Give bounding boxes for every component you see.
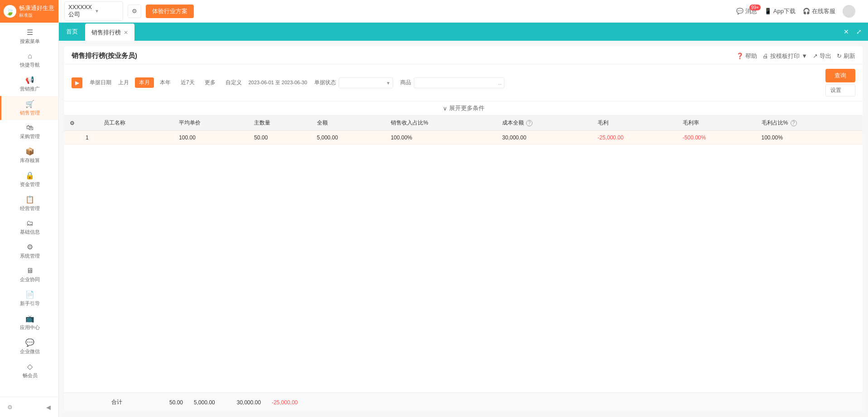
row-rank: 1 <box>80 131 98 145</box>
row-gross-rate: -500.00% <box>677 131 756 145</box>
sidebar-item-marketing[interactable]: 📢 营销推广 <box>0 72 58 96</box>
filter-toggle-btn[interactable]: ▶ <box>72 77 82 88</box>
sidebar-label-beginner-guide: 新手引导 <box>20 300 40 307</box>
page-header: 销售排行榜(按业务员) ❓ 帮助 🖨 按模板打印 ▼ ↗ 导出 <box>64 46 863 64</box>
print-dropdown-arrow: ▼ <box>801 53 807 59</box>
help-btn[interactable]: ❓ 帮助 <box>736 52 757 60</box>
tab-sales-rank[interactable]: 销售排行榜 ✕ <box>85 24 134 42</box>
date-btn-更多[interactable]: 更多 <box>201 77 220 88</box>
message-btn[interactable]: 💬 消息 99+ <box>736 7 757 15</box>
sidebar-item-search-order[interactable]: ☰ 搜索菜单 <box>0 24 58 48</box>
sidebar-label-sales: 销售管理 <box>20 110 40 116</box>
sidebar-item-enterprise-collab[interactable]: 🖥 企业协同 <box>0 263 58 287</box>
sidebar-icon-purchase: 🛍 <box>26 124 34 132</box>
col-avg-price: 平均单价 <box>173 115 249 131</box>
date-btn-自定义[interactable]: 自定义 <box>221 77 246 88</box>
header-right: 💬 消息 99+ 📱 App下载 🎧 在线客服 <box>736 5 863 18</box>
row-amount: 5,000.00 <box>312 131 385 145</box>
footer-avg-price <box>128 401 164 404</box>
sidebar-item-app-center[interactable]: 📺 应用中心 <box>0 311 58 335</box>
footer-gross-rate <box>303 401 314 404</box>
col-name: 员工名称 <box>98 115 173 131</box>
row-name <box>98 131 173 145</box>
date-btn-近7天[interactable]: 近7天 <box>177 77 199 88</box>
app-icon: 📱 <box>764 8 772 14</box>
sidebar-label-search-order: 搜索菜单 <box>20 38 40 45</box>
sidebar-label-member: 畅会员 <box>23 372 38 379</box>
footer-label <box>70 401 106 404</box>
trial-btn[interactable]: 体验行业方案 <box>146 5 194 18</box>
status-label: 单据状态 <box>314 79 336 86</box>
app-download-btn[interactable]: 📱 App下载 <box>764 7 796 15</box>
help-icon: ❓ <box>736 53 743 59</box>
date-btn-本月[interactable]: 本月 <box>135 77 154 88</box>
sidebar-item-basic-info[interactable]: 🗂 基础信息 <box>0 216 58 239</box>
logo-text: 畅康通好生意 标准版 <box>19 5 54 18</box>
sidebar-icon-basic-info: 🗂 <box>26 219 34 227</box>
status-select[interactable] <box>339 77 393 88</box>
sidebar-icon-member: ◇ <box>27 362 33 371</box>
gross-pct-help-icon[interactable]: ? <box>791 120 797 126</box>
company-dropdown-arrow: ▼ <box>95 9 119 14</box>
sidebar-item-inventory[interactable]: 📦 库存核算 <box>0 144 58 168</box>
sidebar-collapse-btn[interactable]: ◀ <box>42 401 55 413</box>
message-icon: 💬 <box>736 8 743 14</box>
sidebar-item-beginner-guide[interactable]: 📄 新手引导 <box>0 287 58 311</box>
sidebar-item-enterprise-wechat[interactable]: 💬 企业微信 <box>0 335 58 359</box>
cost-help-icon[interactable]: ? <box>526 120 532 126</box>
table-container: ⚙ 员工名称 平均单价 主数量 全额 销售收入占比% 成本全额 ? 毛利 毛利率… <box>64 115 863 393</box>
col-sales-pct: 销售收入占比% <box>385 115 497 131</box>
company-selector[interactable]: XXXXXX公司 ▼ <box>64 1 123 21</box>
table-row: 1 100.00 50.00 5,000.00 100.00% 30,000.0… <box>64 131 863 145</box>
row-quantity: 50.00 <box>249 131 311 145</box>
row-settings <box>64 131 80 145</box>
refresh-btn[interactable]: ↻ 刷新 <box>837 52 855 60</box>
tab-sales-rank-label: 销售排行榜 <box>91 29 121 37</box>
sidebar-icon-inventory: 📦 <box>25 147 34 156</box>
sidebar-icon-app-center: 📺 <box>25 314 34 323</box>
support-icon: 🎧 <box>803 8 810 14</box>
sidebar-icon-marketing: 📢 <box>25 76 34 84</box>
col-gross-rate: 毛利率 <box>677 115 756 131</box>
sidebar-label-app-center: 应用中心 <box>20 324 40 331</box>
sidebar-logo: 🍃 畅康通好生意 标准版 <box>0 0 58 23</box>
header-settings-btn[interactable]: ⚙ <box>128 5 141 18</box>
page-title: 销售排行榜(按业务员) <box>72 52 137 60</box>
print-btn[interactable]: 🖨 按模板打印 ▼ <box>762 52 807 60</box>
sidebar-label-quick-nav: 快捷导航 <box>20 62 40 68</box>
avatar[interactable] <box>843 5 855 18</box>
sidebar-item-sales[interactable]: 🛒 销售管理 <box>0 96 58 120</box>
col-settings[interactable]: ⚙ <box>64 115 80 131</box>
online-support-btn[interactable]: 🎧 在线客服 <box>803 7 835 15</box>
row-avg-price: 100.00 <box>173 131 249 145</box>
tab-expand-btn[interactable]: ⤢ <box>854 26 864 37</box>
sidebar-icon-operation: 📋 <box>25 195 34 204</box>
table-header-row: ⚙ 员工名称 平均单价 主数量 全额 销售收入占比% 成本全额 ? 毛利 毛利率… <box>64 115 863 131</box>
date-btn-上月[interactable]: 上月 <box>114 77 133 88</box>
date-range-text: 2023-06-01 至 2023-06-30 <box>249 79 307 86</box>
query-btn[interactable]: 查询 <box>825 69 855 82</box>
sidebar-item-purchase[interactable]: 🛍 采购管理 <box>0 120 58 144</box>
tab-close-btn[interactable]: ✕ <box>124 29 128 36</box>
message-badge: 99+ <box>749 5 761 10</box>
status-select-wrap: ▼ <box>339 77 393 88</box>
sidebar-item-quick-nav[interactable]: ⌂ 快捷导航 <box>0 48 58 72</box>
sidebar-item-finance[interactable]: 🔒 资金管理 <box>0 168 58 192</box>
sidebar-settings-btn[interactable]: ⚙ <box>4 401 16 413</box>
tab-close-window-btn[interactable]: ✕ <box>841 26 852 37</box>
sidebar-item-member[interactable]: ◇ 畅会员 <box>0 359 58 383</box>
export-btn[interactable]: ↗ 导出 <box>813 52 831 60</box>
col-quantity: 主数量 <box>249 115 311 131</box>
sidebar-label-enterprise-collab: 企业协同 <box>20 276 40 283</box>
sidebar-item-system[interactable]: ⚙ 系统管理 <box>0 239 58 263</box>
filter-settings-btn[interactable]: 设置 <box>825 84 855 96</box>
tab-home[interactable]: 首页 <box>59 23 85 41</box>
date-btn-本年[interactable]: 本年 <box>156 77 175 88</box>
sidebar-icon-enterprise-collab: 🖥 <box>26 267 34 275</box>
page-actions: ❓ 帮助 🖨 按模板打印 ▼ ↗ 导出 ↻ 刷新 <box>736 52 855 60</box>
goods-input[interactable] <box>414 77 504 88</box>
sidebar-item-operation[interactable]: 📋 经营管理 <box>0 192 58 216</box>
expand-conditions-btn[interactable]: ∨ 展开更多条件 <box>443 104 484 112</box>
date-range-btns: 上月本月本年近7天更多自定义 <box>114 77 246 88</box>
row-cost: 30,000.00 <box>497 131 592 145</box>
